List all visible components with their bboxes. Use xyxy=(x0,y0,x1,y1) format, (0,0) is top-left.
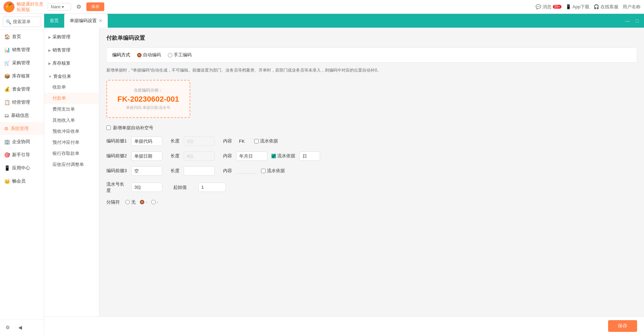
tab-close-icon[interactable]: ✕ xyxy=(99,18,102,23)
sub-nav-purchase-header[interactable]: ▶ 采购管理 xyxy=(44,32,99,42)
content-label-1: 内容 xyxy=(223,138,232,144)
home-icon: 🏠 xyxy=(4,34,10,39)
sidebar-item-basic[interactable]: 🗂 基础信息 xyxy=(0,109,44,122)
prefix-select-3[interactable]: 空 单据代码 单据日期 xyxy=(131,166,162,176)
prefix-row-1: 编码前缀1 单据代码 单据日期 空 长度 2位 内容 xyxy=(106,137,637,146)
separator-none[interactable]: 无 xyxy=(125,199,136,205)
service-icon: 🎧 xyxy=(594,4,599,9)
auto-encode-radio[interactable]: 自动编码 xyxy=(137,52,161,58)
online-service-tool[interactable]: 🎧 在线客服 xyxy=(594,4,618,10)
prefix-select-wrapper-1: 单据代码 单据日期 空 xyxy=(131,137,162,146)
top-nav: Nare ▾ ⚙ 保存 xyxy=(48,2,533,12)
save-button[interactable]: 保存 xyxy=(608,320,637,332)
sidebar-item-enterprise[interactable]: 🏢 企业协同 xyxy=(0,135,44,148)
sub-nav-adjustment[interactable]: 应收应付调整单 xyxy=(44,159,99,170)
stream-checkbox-1: 流水依据 xyxy=(254,138,278,144)
length-select-wrapper-2: 8位 xyxy=(184,151,215,161)
sidebar-item-guide[interactable]: 🎯 新手引导 xyxy=(0,148,44,161)
message-tool[interactable]: 💬 消息 99+ xyxy=(536,4,561,10)
sub-nav-other-income[interactable]: 其他收入单 xyxy=(44,115,99,126)
content-select-2[interactable]: 年月日 年月 年 xyxy=(236,151,267,161)
stream-select-2[interactable]: 日 月 年 xyxy=(299,151,320,161)
stream-check-input-2[interactable] xyxy=(271,154,276,158)
manual-encode-radio[interactable]: 手工编码 xyxy=(168,52,192,58)
sub-nav-inventory-header[interactable]: ▶ 库存核算 xyxy=(44,58,99,68)
sidebar-item-app[interactable]: 📱 应用中心 xyxy=(0,161,44,175)
form-area: 付款单编码设置 编码方式 自动编码 手工编码 新增单据时，*单据编码*自动生成，… xyxy=(99,28,644,316)
auto-fill-checkbox[interactable] xyxy=(106,125,111,130)
length-select-3[interactable] xyxy=(184,166,215,176)
search-menu-button[interactable]: 🔍 搜索菜单 xyxy=(3,17,41,27)
message-badge: 99+ xyxy=(553,5,561,9)
stream-label-3: 流水依据 xyxy=(267,168,285,174)
separator-dot[interactable]: · xyxy=(140,199,147,205)
operation-icon: 📋 xyxy=(4,100,10,105)
sub-nav-section-capital: ▼ 资金往来 收款单 付款单 费用支出单 其他收入单 预收冲应收单 预付冲应付单… xyxy=(44,70,99,171)
tab-encoding[interactable]: 单据编码设置 ✕ xyxy=(64,14,108,28)
bottom-bar: 保存 xyxy=(44,316,644,335)
minimize-button[interactable]: — xyxy=(623,17,632,25)
serial-row: 流水号长度 3位 4位 5位 起始值 xyxy=(106,181,637,194)
member-icon: 👑 xyxy=(4,178,10,184)
stream-label-2: 流水依据 xyxy=(277,153,295,159)
sidebar-item-home[interactable]: 🏠 首页 xyxy=(0,30,44,43)
encoding-mode-label: 编码方式 xyxy=(112,52,130,58)
trial-button[interactable]: 保存 xyxy=(86,2,104,11)
sub-nav-receipt[interactable]: 收款单 xyxy=(44,82,99,93)
stream-check-input-1[interactable] xyxy=(254,139,259,143)
gear-button[interactable]: ⚙ xyxy=(74,2,84,12)
sub-nav-payment[interactable]: 付款单 xyxy=(44,93,99,104)
sub-nav-section-purchase: ▶ 采购管理 xyxy=(44,30,99,44)
sidebar-item-sales[interactable]: 📊 销售管理 xyxy=(0,43,44,56)
page-title: 付款单编码设置 xyxy=(106,35,637,42)
tab-bar: 首页 单据编码设置 ✕ — □ xyxy=(44,14,644,28)
content-value-3 xyxy=(236,168,257,174)
start-value-input[interactable] xyxy=(198,183,226,192)
length-select-wrapper-1: 2位 xyxy=(184,137,215,146)
sidebar-item-member[interactable]: 👑 畅会员 xyxy=(0,175,44,188)
sidebar-item-operation[interactable]: 📋 经营管理 xyxy=(0,96,44,109)
separator-dash[interactable]: · xyxy=(151,199,158,205)
sidebar-collapse-button[interactable]: ◀ xyxy=(15,323,25,332)
prefix-label-3: 编码前缀3 xyxy=(106,168,127,174)
user-name[interactable]: 用户名称 xyxy=(623,4,641,10)
prefix-select-2[interactable]: 单据日期 单据代码 空 xyxy=(131,151,162,161)
sub-nav-prepay-payable[interactable]: 预付冲应付单 xyxy=(44,137,99,148)
example-label: 当前编码示例： xyxy=(117,87,179,93)
tab-home[interactable]: 首页 xyxy=(44,14,64,28)
sub-nav-prepay-receivable[interactable]: 预收冲应收单 xyxy=(44,126,99,137)
serial-length-select[interactable]: 3位 4位 5位 xyxy=(131,183,162,192)
maximize-button[interactable]: □ xyxy=(633,17,641,25)
sidebar-settings-button[interactable]: ⚙ xyxy=(3,323,12,332)
prefix-select-1[interactable]: 单据代码 单据日期 空 xyxy=(131,137,162,146)
stream-select-wrapper-2: 日 月 年 xyxy=(299,151,320,161)
guide-icon: 🎯 xyxy=(4,152,10,158)
length-label-1: 长度 xyxy=(171,138,180,144)
sidebar-item-system[interactable]: ⚙ 系统管理 xyxy=(0,122,44,135)
sub-nav-sales-header[interactable]: ▶ 销售管理 xyxy=(44,45,99,55)
start-value-label: 起始值 xyxy=(173,184,194,190)
sub-nav-expense[interactable]: 费用支出单 xyxy=(44,104,99,115)
sub-nav-bank[interactable]: 银行存取款单 xyxy=(44,148,99,159)
top-header: 🍊 畅捷通好生意 拓展版 Nare ▾ ⚙ 保存 💬 消息 99+ 📱 App下… xyxy=(0,0,644,14)
breadcrumb-select[interactable]: Nare ▾ xyxy=(48,3,71,10)
sidebar-item-inventory[interactable]: 📦 库存核算 xyxy=(0,69,44,83)
example-desc: 单据代码-单据日期-流水号 xyxy=(117,105,179,110)
serial-length-select-wrapper: 3位 4位 5位 xyxy=(131,183,162,192)
left-sidebar: 🔍 搜索菜单 🏠 首页 📊 销售管理 🛒 采购管理 📦 库存核算 💰 资金管理 … xyxy=(0,14,44,335)
sub-nav-section-sales: ▶ 销售管理 xyxy=(44,44,99,57)
content-value-1: FK xyxy=(236,139,250,144)
auto-fill-label: 新增单据自动补空号 xyxy=(113,125,153,131)
app-download-tool[interactable]: 📱 App下载 xyxy=(566,4,589,10)
stream-check-input-3[interactable] xyxy=(261,169,266,173)
sidebar-item-purchase[interactable]: 🛒 采购管理 xyxy=(0,56,44,69)
sales-icon: 📊 xyxy=(4,47,10,53)
prefix-select-wrapper-3: 空 单据代码 单据日期 xyxy=(131,166,162,176)
sidebar-item-finance[interactable]: 💰 资金管理 xyxy=(0,83,44,96)
logo-icon: 🍊 xyxy=(3,1,15,12)
sub-nav-capital-header[interactable]: ▼ 资金往来 xyxy=(44,71,99,82)
tab-home-label: 首页 xyxy=(50,18,59,24)
content-area: 首页 单据编码设置 ✕ — □ ▶ 采购管理 xyxy=(44,14,644,335)
serial-length-label: 流水号长度 xyxy=(106,181,127,194)
length-select-wrapper-3 xyxy=(184,166,215,176)
